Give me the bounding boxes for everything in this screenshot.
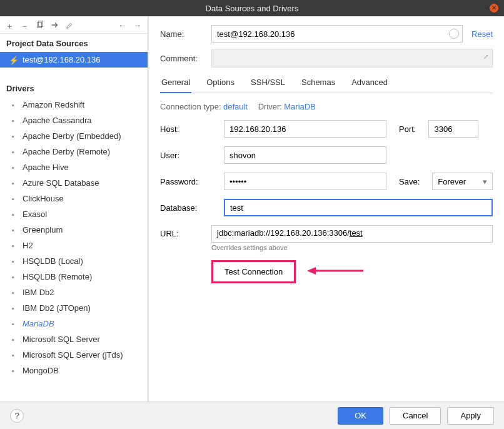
driver-item[interactable]: ▪Microsoft SQL Server (jTds) bbox=[0, 347, 148, 363]
footer: ? OK Cancel Apply bbox=[0, 401, 504, 429]
driver-icon: ▪ bbox=[9, 320, 18, 328]
driver-item[interactable]: ▪IBM Db2 (JTOpen) bbox=[0, 300, 148, 316]
sidebar-toolbar: ＋ － ← → bbox=[0, 16, 148, 34]
driver-item[interactable]: ▪Apache Derby (Embedded) bbox=[0, 128, 148, 144]
apply-button[interactable]: Apply bbox=[447, 407, 494, 425]
driver-label: HSQLDB (Remote) bbox=[23, 272, 92, 281]
driver-item[interactable]: ▪Apache Hive bbox=[0, 159, 148, 175]
port-label: Port: bbox=[399, 124, 416, 134]
name-label: Name: bbox=[160, 29, 211, 39]
driver-icon: ▪ bbox=[9, 148, 18, 156]
driver-icon: ▪ bbox=[9, 163, 18, 172]
driver-item[interactable]: ▪Azure SQL Database bbox=[0, 175, 148, 191]
tab-ssh-ssl[interactable]: SSH/SSL bbox=[249, 74, 286, 93]
driver-icon: ▪ bbox=[9, 116, 18, 125]
titlebar: Data Sources and Drivers ✕ bbox=[0, 0, 504, 16]
sidebar: ＋ － ← → Project Data Sources ⚡ test@192.… bbox=[0, 16, 148, 401]
data-source-item[interactable]: ⚡ test@192.168.20.136 bbox=[0, 52, 148, 68]
password-label: Password: bbox=[160, 177, 211, 186]
comment-input[interactable]: ⤢ bbox=[211, 49, 493, 68]
driver-item[interactable]: ▪IBM Db2 bbox=[0, 285, 148, 300]
port-input[interactable] bbox=[428, 120, 478, 138]
annotation-arrow bbox=[307, 263, 363, 280]
window-title: Data Sources and Drivers bbox=[206, 4, 299, 13]
expand-icon[interactable]: ⤢ bbox=[483, 53, 488, 60]
driver-item[interactable]: ▪Apache Derby (Remote) bbox=[0, 144, 148, 159]
test-connection-button[interactable]: Test Connection bbox=[211, 260, 296, 283]
close-icon[interactable]: ✕ bbox=[489, 3, 499, 13]
connection-type-link[interactable]: default bbox=[223, 102, 248, 111]
color-circle-icon[interactable] bbox=[449, 29, 459, 39]
chevron-down-icon: ▾ bbox=[483, 177, 487, 186]
remove-icon[interactable]: － bbox=[20, 21, 30, 29]
driver-link[interactable]: MariaDB bbox=[284, 102, 316, 111]
driver-icon: ▪ bbox=[9, 210, 18, 219]
driver-label: Apache Cassandra bbox=[23, 116, 92, 125]
driver-icon: ▪ bbox=[9, 335, 18, 344]
driver-label: IBM Db2 (JTOpen) bbox=[23, 303, 91, 313]
password-input[interactable] bbox=[224, 173, 386, 190]
driver-label: Greenplum bbox=[23, 225, 63, 235]
driver-item[interactable]: ▪MariaDB bbox=[0, 316, 148, 331]
settings-icon[interactable] bbox=[65, 21, 75, 29]
database-input[interactable] bbox=[224, 199, 493, 216]
driver-label: HSQLDB (Local) bbox=[23, 256, 83, 266]
driver-item[interactable]: ▪HSQLDB (Local) bbox=[0, 253, 148, 269]
driver-item[interactable]: ▪ClickHouse bbox=[0, 191, 148, 206]
driver-label: Apache Hive bbox=[23, 163, 69, 172]
driver-item[interactable]: ▪H2 bbox=[0, 238, 148, 253]
datasource-icon: ⚡ bbox=[9, 56, 18, 64]
forward-icon[interactable]: → bbox=[133, 21, 143, 29]
driver-label: H2 bbox=[23, 241, 33, 250]
ok-button[interactable]: OK bbox=[338, 407, 383, 425]
drivers-list: ▪Amazon Redshift▪Apache Cassandra▪Apache… bbox=[0, 97, 148, 401]
save-label: Save: bbox=[399, 177, 420, 186]
url-label: URL: bbox=[160, 225, 211, 238]
driver-icon: ▪ bbox=[9, 194, 18, 203]
driver-icon: ▪ bbox=[9, 304, 18, 313]
driver-item[interactable]: ▪MongoDB bbox=[0, 363, 148, 378]
driver-icon: ▪ bbox=[9, 366, 18, 375]
driver-item[interactable]: ▪Greenplum bbox=[0, 222, 148, 238]
help-button[interactable]: ? bbox=[10, 409, 24, 423]
driver-item[interactable]: ▪Exasol bbox=[0, 206, 148, 222]
driver-item[interactable]: ▪HSQLDB (Remote) bbox=[0, 269, 148, 285]
driver-label: MongoDB bbox=[23, 366, 59, 375]
name-input[interactable] bbox=[211, 25, 463, 43]
driver-item[interactable]: ▪Apache Cassandra bbox=[0, 113, 148, 128]
comment-label: Comment: bbox=[160, 54, 211, 63]
tab-advanced[interactable]: Advanced bbox=[350, 74, 389, 93]
driver-icon: ▪ bbox=[9, 132, 18, 141]
data-source-label: test@192.168.20.136 bbox=[23, 55, 101, 64]
project-data-sources-header: Project Data Sources bbox=[0, 34, 148, 52]
driver-label: IBM Db2 bbox=[23, 288, 54, 297]
database-label: Database: bbox=[160, 203, 211, 213]
goto-icon[interactable] bbox=[50, 21, 60, 29]
tab-general[interactable]: General bbox=[160, 74, 191, 93]
driver-label: ClickHouse bbox=[23, 194, 64, 203]
reset-link[interactable]: Reset bbox=[471, 29, 493, 39]
save-select[interactable]: Forever ▾ bbox=[432, 173, 493, 190]
main-panel: Name: Reset Comment: ⤢ General Options S… bbox=[148, 16, 504, 401]
driver-label: Amazon Redshift bbox=[23, 100, 84, 109]
driver-icon: ▪ bbox=[9, 226, 18, 235]
driver-label: Azure SQL Database bbox=[23, 178, 99, 188]
svg-marker-3 bbox=[307, 267, 316, 275]
connection-info: Connection type: default Driver: MariaDB bbox=[160, 102, 493, 111]
url-input[interactable]: jdbc:mariadb://192.168.20.136:3306/test bbox=[211, 225, 493, 243]
driver-icon: ▪ bbox=[9, 101, 18, 109]
driver-label: Apache Derby (Remote) bbox=[23, 147, 110, 156]
driver-item[interactable]: ▪Microsoft SQL Server bbox=[0, 331, 148, 347]
cancel-button[interactable]: Cancel bbox=[390, 407, 441, 425]
tab-options[interactable]: Options bbox=[205, 74, 236, 93]
tab-schemas[interactable]: Schemas bbox=[300, 74, 336, 93]
add-icon[interactable]: ＋ bbox=[5, 21, 15, 29]
user-input[interactable] bbox=[224, 146, 386, 164]
driver-label: Exasol bbox=[23, 209, 47, 219]
host-input[interactable] bbox=[224, 120, 386, 138]
driver-label: MariaDB bbox=[23, 319, 54, 328]
driver-item[interactable]: ▪Amazon Redshift bbox=[0, 97, 148, 113]
copy-icon[interactable] bbox=[35, 21, 45, 29]
tabs: General Options SSH/SSL Schemas Advanced bbox=[160, 74, 493, 93]
back-icon[interactable]: ← bbox=[118, 21, 128, 29]
